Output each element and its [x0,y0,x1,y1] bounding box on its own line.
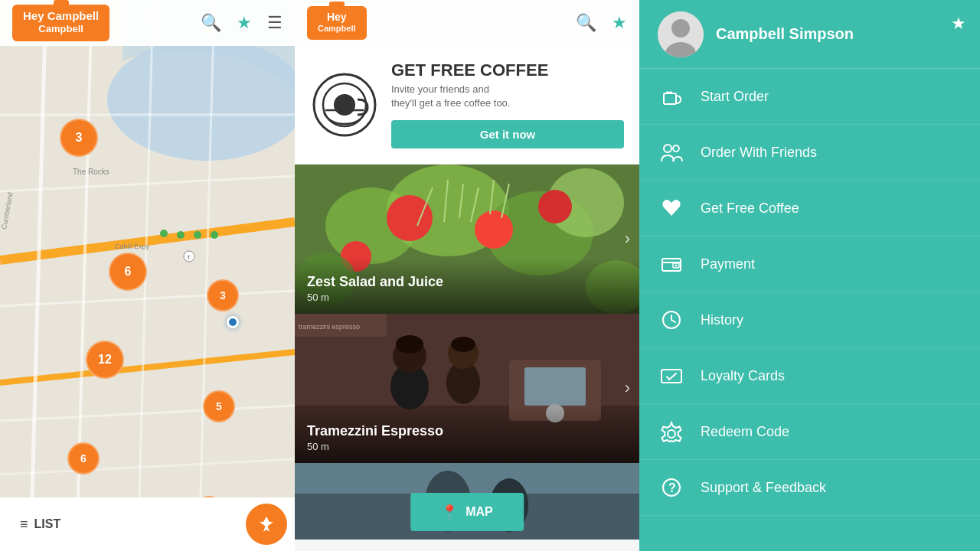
favorites-icon[interactable]: ★ [237,13,252,33]
map-panel: The Rocks Cumberland Cahill Expy T Hey C… [0,0,295,551]
logo-left: Hey Campbell Campbell [12,5,109,41]
promo-subtitle: Invite your friends and they'll get a fr… [391,83,624,110]
people-icon [658,139,685,166]
next-arrow-espresso[interactable]: › [625,378,630,398]
svg-point-68 [675,265,678,267]
content-panel: Hey Campbell 🔍 ★ GET FREE COFFEE Invite … [295,0,639,551]
logo-center: Hey Campbell [307,6,367,40]
restaurant-dist-espresso: 50 m [307,441,627,452]
content-search-icon[interactable]: 🔍 [576,13,596,33]
svg-point-53 [451,337,475,352]
list-button[interactable]: ≡ LIST [8,510,73,539]
map-button[interactable]: 📍 MAP [410,493,524,531]
svg-point-52 [396,335,423,354]
sidebar-label-start-order: Start Order [701,89,769,105]
svg-point-32 [538,190,572,223]
user-avatar [658,11,704,57]
sidebar-item-loyalty-cards[interactable]: Loyalty Cards [639,348,980,404]
map-marker-3b[interactable]: 3 [207,279,239,311]
restaurant-name-salad: Zest Salad and Juice [307,274,627,290]
svg-rect-46 [524,367,586,406]
restaurant-info-salad: Zest Salad and Juice 50 m [295,259,639,314]
map-bottom-bar: ≡ LIST [0,497,295,551]
svg-rect-63 [664,93,676,104]
sidebar-label-free-coffee: Get Free Coffee [701,201,799,217]
sidebar-star-icon[interactable]: ★ [951,14,966,34]
sidebar-item-start-order[interactable]: Start Order [639,69,980,125]
svg-text:T: T [187,254,191,261]
svg-point-74 [668,430,675,438]
promo-banner: GET FREE COFFEE Invite your friends and … [295,46,639,165]
get-it-button[interactable]: Get it now [391,120,624,148]
svg-text:?: ? [668,481,676,494]
content-header-icons: 🔍 ★ [576,13,627,33]
gear-icon [658,418,685,445]
svg-text:The Rocks: The Rocks [73,168,109,176]
map-marker-6b[interactable]: 6 [67,442,100,474]
menu-icon[interactable]: ☰ [267,13,283,33]
sidebar-item-support[interactable]: ? Support & Feedback [639,460,980,516]
restaurant-card-espresso[interactable]: tramezzini espresso Tramezzini Espresso … [295,314,639,463]
promo-title: GET FREE COFFEE [391,61,624,80]
sidebar-item-history[interactable]: History [639,292,980,348]
sidebar-label-loyalty-cards: Loyalty Cards [701,368,785,384]
sidebar-item-payment[interactable]: Payment [639,236,980,292]
sidebar-nav: Start Order Order With Friends Get Fr [639,69,980,551]
svg-point-64 [664,145,671,152]
restaurant-dist-salad: 50 m [307,292,627,303]
sidebar-label-payment: Payment [701,256,755,272]
map-header: Hey Campbell Campbell 🔍 ★ ☰ [0,0,295,46]
svg-point-16 [160,230,168,237]
restaurant-info-espresso: Tramezzini Espresso 50 m [295,408,639,463]
sidebar-label-support: Support & Feedback [701,480,826,496]
list-icon: ≡ [20,517,28,533]
user-name: Campbell Simpson [716,25,854,43]
sidebar-header: Campbell Simpson [639,0,980,69]
sidebar: ★ Campbell Simpson Start Order [639,0,980,551]
map-btn-label: MAP [466,505,493,519]
location-dot [227,316,239,328]
locate-button[interactable] [246,504,287,545]
sidebar-item-free-coffee[interactable]: Get Free Coffee [639,181,980,236]
map-pin-icon: 📍 [441,504,458,520]
svg-text:tramezzini espresso: tramezzini espresso [299,323,360,331]
map-marker-3a[interactable]: 3 [60,119,98,157]
svg-point-17 [177,231,185,239]
promo-text: GET FREE COFFEE Invite your friends and … [391,61,624,148]
svg-point-61 [671,19,690,37]
svg-rect-73 [662,370,681,383]
svg-point-19 [211,231,218,239]
question-icon: ? [658,474,685,501]
list-label: LIST [34,517,61,531]
map-marker-12[interactable]: 12 [86,341,124,379]
wallet-icon [658,250,685,278]
coffee-cup-icon [310,70,379,139]
restaurant-name-espresso: Tramezzini Espresso [307,423,627,439]
svg-point-18 [194,231,201,239]
clock-icon [658,306,685,334]
sidebar-label-redeem-code: Redeem Code [701,424,789,440]
heart-icon [658,194,685,222]
sidebar-label-history: History [701,312,743,328]
svg-point-31 [475,210,513,249]
svg-line-72 [671,320,675,322]
map-marker-5[interactable]: 5 [203,390,235,422]
svg-point-30 [387,195,433,241]
sidebar-item-redeem-code[interactable]: Redeem Code [639,404,980,460]
restaurant-card-salad[interactable]: Zest Salad and Juice 50 m › [295,165,639,314]
sidebar-label-order-friends: Order With Friends [701,145,817,161]
loyalty-card-icon [658,362,685,390]
content-favorites-icon[interactable]: ★ [612,13,627,33]
map-button-container: 📍 MAP [410,493,524,539]
search-icon[interactable]: 🔍 [201,13,221,33]
map-marker-6a[interactable]: 6 [109,253,147,291]
sidebar-item-order-friends[interactable]: Order With Friends [639,125,980,181]
next-arrow-salad[interactable]: › [625,229,630,249]
coffee-icon [658,83,685,110]
content-header: Hey Campbell 🔍 ★ [295,0,639,46]
svg-point-24 [334,94,355,116]
map-header-icons: 🔍 ★ ☰ [201,13,283,33]
svg-text:Cahill Expy: Cahill Expy [115,243,150,250]
svg-point-65 [673,145,679,152]
svg-rect-66 [662,259,681,271]
